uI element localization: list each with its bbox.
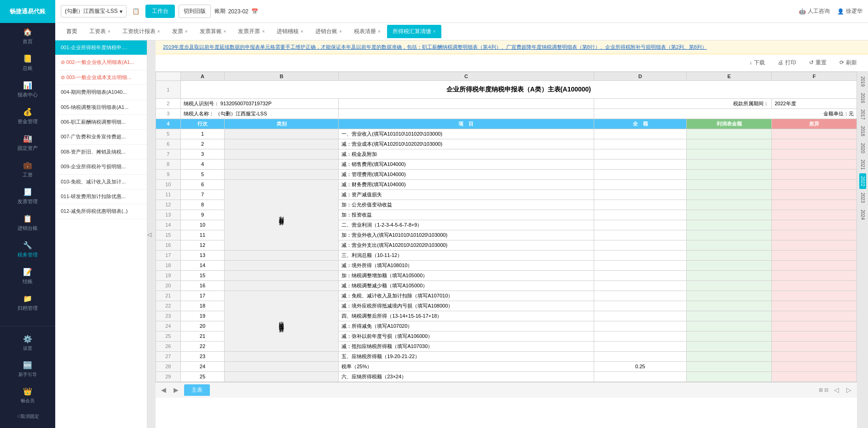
sidebar-bottom: ⚙️ 设置 🆕 新手引导 👑 畅会员 ◁取消固定 [0, 326, 55, 428]
left-panel-item-012[interactable]: 012-减免所得税优惠明细表(..) [55, 204, 147, 219]
timeline-2017[interactable]: 2017 [859, 107, 866, 122]
refresh-button[interactable]: ⟳ 刷新 [836, 57, 861, 68]
settings-icon: ⚙️ [23, 335, 32, 343]
company-selector[interactable]: (勾删）江西服宝-LSS ▾ [61, 5, 127, 17]
sidebar-item-assets[interactable]: 🏭 固定资产 [0, 130, 55, 156]
table-row: 17 13 三、利润总额（10-11-12） [156, 250, 857, 260]
left-panel-item-009[interactable]: 009-企业所得税补亏损明细... [55, 160, 147, 174]
table-row: 21 17 应纳税所得额计算 减：免税、减计收入及加计扣除（填写A107010） [156, 291, 857, 301]
sidebar-item-reports[interactable]: 📊 报表中心 [0, 76, 55, 103]
tab-invoice-open[interactable]: 发票开票 × [232, 25, 270, 38]
left-panel-item-004[interactable]: 004-期间费用明细表(A1040... [55, 85, 147, 100]
tab-salary-stats[interactable]: 工资统计报表 × [117, 25, 166, 38]
table-row: 28 24 税率（25%） 0.25 [156, 361, 857, 371]
tab-invoice[interactable]: 发票 × [167, 25, 193, 38]
left-panel: 001-企业所得税年度纳税申.... ⊘ 002-一般企业收入明细表(A1...… [55, 40, 147, 428]
switch-version-button[interactable]: 切到旧版 [179, 5, 211, 18]
funds-icon: 💰 [23, 108, 32, 116]
table-row: 2 纳税人识别号： 91320500703719732P 税款所属期间： [156, 98, 857, 108]
content-area: 001-企业所得税年度纳税申.... ⊘ 002-一般企业收入明细表(A1...… [55, 40, 868, 428]
timeline-2021[interactable]: 2021 [859, 157, 866, 172]
close-icon[interactable]: × [157, 29, 160, 34]
sidebar-item-close-accounts[interactable]: 📝 结账 [0, 263, 55, 290]
timeline-2024[interactable]: 2024 [859, 207, 866, 223]
sheet-next-button[interactable]: ▶ [172, 386, 180, 394]
sheet-prev-button[interactable]: ◀ [159, 386, 168, 394]
table-row: 6 2 减：营业成本(填写A102010\102020\103000) [156, 139, 857, 149]
collapse-icon: ◁ [147, 231, 151, 238]
print-button[interactable]: 🖨 打印 [774, 57, 800, 68]
copy-button[interactable]: 📋 [130, 6, 142, 17]
table-row: 7 3 减：税金及附加 [156, 149, 857, 159]
calendar-icon[interactable]: 📅 [251, 8, 258, 15]
left-panel-item-005[interactable]: 005-纳税调整项目明细表(A1... [55, 100, 147, 115]
purchases-icon: 📋 [23, 214, 32, 223]
table-header-row: 4 行次 类别 项 目 全 额 利润表金额 差异 [156, 119, 857, 129]
left-panel-item-008[interactable]: 008-资产折旧、摊销及纳税... [55, 145, 147, 160]
user-profile[interactable]: 👤 徐逻华 [837, 7, 862, 15]
close-icon[interactable]: × [224, 29, 226, 34]
close-icon[interactable]: × [433, 29, 436, 34]
refresh-icon: ⟳ [839, 59, 844, 66]
sidebar-item-purchases[interactable]: 📋 进销台账 [0, 210, 55, 236]
left-panel-item-006[interactable]: 006-职工薪酬纳税调整明细... [55, 115, 147, 130]
left-panel-item-002[interactable]: ⊘ 002-一般企业收入明细表(A1... [55, 55, 147, 70]
sidebar-item-unpin[interactable]: ◁取消固定 [0, 409, 55, 424]
close-icon[interactable]: × [108, 29, 110, 34]
sidebar: 畅捷通易代账 🏠 首页 📒 总账 📊 报表中心 💰 资金管理 🏭 固定资产 💼 … [0, 0, 55, 428]
close-icon[interactable]: × [262, 29, 265, 34]
close-icon[interactable]: × [185, 29, 188, 34]
timeline-2016[interactable]: 2016 [859, 90, 866, 106]
download-button[interactable]: ↓ 下载 [746, 57, 769, 68]
tab-home[interactable]: 首页 [61, 25, 83, 38]
spreadsheet[interactable]: A B C D E F [156, 72, 857, 428]
ledger-icon: 📒 [23, 54, 32, 63]
tab-sales-audit[interactable]: 进销稽核 × [271, 25, 309, 38]
timeline-2020[interactable]: 2020 [859, 140, 866, 156]
assets-icon: 🏭 [23, 134, 32, 143]
timeline-2018[interactable]: 2018 [859, 123, 866, 139]
sheet-tab-main[interactable]: 主表 [184, 384, 210, 396]
tab-income-tax[interactable]: 所得税汇算清缴 × [387, 25, 441, 38]
left-panel-item-010[interactable]: 010-免税、减计收入及加计... [55, 175, 147, 189]
sidebar-item-funds[interactable]: 💰 资金管理 [0, 103, 55, 130]
scroll-right-button[interactable]: ▷ [845, 386, 853, 394]
sidebar-item-tax[interactable]: 🔧 税务管理 [0, 236, 55, 263]
sidebar-item-ledger[interactable]: 📒 总账 [0, 50, 55, 76]
tab-tax-list[interactable]: 税表清册 × [348, 25, 386, 38]
guide-icon: 🆕 [23, 361, 32, 370]
collapse-panel-button[interactable]: ◁ [147, 40, 156, 428]
sheet-tab-bar: ◀ ▶ 主表 ⊞ ⊟ ◁ ▷ [156, 382, 857, 398]
scroll-left-button[interactable]: ◁ [832, 386, 841, 394]
reset-icon: ↺ [809, 59, 814, 66]
nav-tabs: 首页 工资表 × 工资统计报表 × 发票 × 发票算账 × 发票开票 × [55, 23, 868, 40]
sidebar-item-settings[interactable]: ⚙️ 设置 [0, 330, 55, 356]
close-icon[interactable]: × [339, 29, 342, 34]
ai-consult[interactable]: 🤖 人工咨询 [799, 7, 830, 15]
table-row: 5 1 一、营业收入(填写A101010\101020\103000) [156, 129, 857, 139]
timeline-2022[interactable]: 2022 [859, 173, 866, 189]
left-panel-item-007[interactable]: 007-广告费和业务宣传费超... [55, 130, 147, 144]
tab-salary[interactable]: 工资表 × [84, 25, 116, 38]
reset-button[interactable]: ↺ 重置 [805, 57, 830, 68]
sidebar-item-member[interactable]: 👑 畅会员 [0, 382, 55, 409]
left-panel-item-001[interactable]: 001-企业所得税年度纳税申.... [55, 40, 147, 55]
sidebar-item-guide[interactable]: 🆕 新手引导 [0, 356, 55, 382]
table-row: 20 16 减：纳税调整减少额（填写A105000） [156, 280, 857, 291]
tab-invoice-calc[interactable]: 发票算账 × [194, 25, 232, 38]
sidebar-item-home[interactable]: 🏠 首页 [0, 23, 55, 50]
close-icon[interactable]: × [378, 29, 381, 34]
tab-sales-ledger[interactable]: 进销台账 × [310, 25, 347, 38]
sidebar-item-salary[interactable]: 💼 工资 [0, 156, 55, 183]
left-panel-item-011[interactable]: 011-研发费用加计扣除优惠... [55, 189, 147, 204]
close-accounts-icon: 📝 [23, 268, 32, 276]
timeline-2019[interactable]: 2019 [859, 74, 866, 89]
left-panel-item-003[interactable]: ⊘ 003-一般企业成本支出明细... [55, 70, 147, 85]
timeline-2023[interactable]: 2023 [859, 190, 866, 205]
sidebar-item-invoice[interactable]: 🧾 发票管理 [0, 183, 55, 210]
toolbar: ↓ 下载 🖨 打印 ↺ 重置 ⟳ 刷新 [156, 54, 868, 72]
sidebar-item-archive[interactable]: 📁 归档管理 [0, 290, 55, 316]
tax-icon: 🔧 [23, 241, 32, 250]
workbench-button[interactable]: 工作台 [145, 5, 175, 18]
close-icon[interactable]: × [301, 29, 303, 34]
